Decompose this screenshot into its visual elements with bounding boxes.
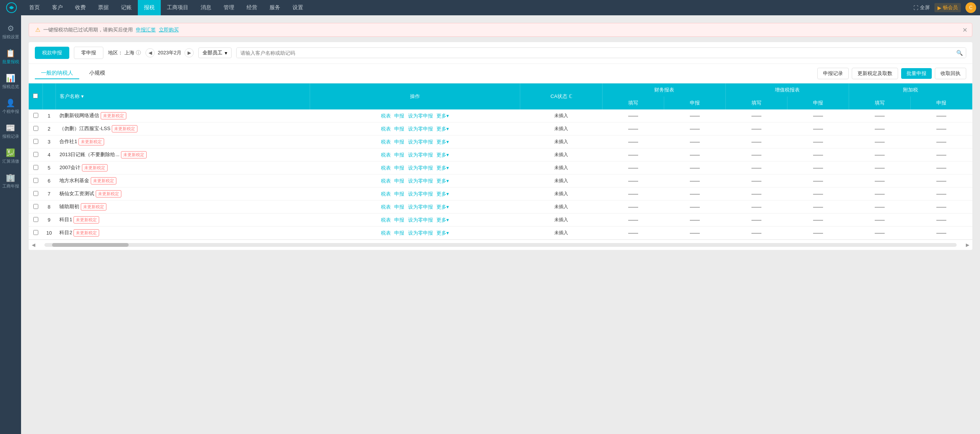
tab-general-taxpayer[interactable]: 一般的纳税人 [35,68,79,79]
op-report[interactable]: 申报 [394,178,404,184]
op-zero-report[interactable]: 设为零申报 [408,178,433,184]
batch-declaration-button[interactable]: 批量申报 [901,68,932,79]
op-more[interactable]: 更多▾ [436,178,449,184]
row-select-checkbox[interactable] [33,152,38,157]
info-icon[interactable]: ⓘ [136,49,141,56]
staff-select[interactable]: 全部员工 ▾ [198,47,232,58]
sidebar-item-settlement[interactable]: 💹 汇算清缴 [0,144,21,168]
tab-zero-declaration[interactable]: 零申报 [74,47,103,59]
tab-tax-declaration[interactable]: 税款申报 [35,47,69,59]
row-select-checkbox[interactable] [33,113,38,118]
date-next-button[interactable]: ▶ [185,48,194,57]
nav-message[interactable]: 消息 [194,0,217,15]
vip-button[interactable]: ▶ 畅会员 [934,3,961,12]
row-select-checkbox[interactable] [33,178,38,183]
row-select-checkbox[interactable] [33,230,38,235]
op-report[interactable]: 申报 [394,139,404,145]
op-zero-report[interactable]: 设为零申报 [408,191,433,197]
update-tax-button[interactable]: 更新税定及取数 [852,68,898,79]
row-checkbox[interactable] [29,175,42,188]
date-prev-button[interactable]: ◀ [145,48,155,57]
row-checkbox[interactable] [29,135,42,148]
op-tax-table[interactable]: 税表 [381,126,391,132]
row-select-checkbox[interactable] [33,165,38,170]
op-tax-table[interactable]: 税表 [381,165,391,171]
row-select-checkbox[interactable] [33,191,38,196]
sidebar-item-tax-overview[interactable]: 📊 报税总览 [0,69,21,94]
nav-home[interactable]: 首页 [23,0,46,15]
op-zero-report[interactable]: 设为零申报 [408,217,433,223]
notice-link-report[interactable]: 申报汇签 [136,26,156,33]
op-report[interactable]: 申报 [394,152,404,158]
tab-small-scale[interactable]: 小规模 [83,68,111,79]
select-all-checkbox[interactable] [33,93,38,98]
nav-invoice[interactable]: 票据 [92,0,115,15]
row-checkbox[interactable] [29,109,42,122]
row-select-checkbox[interactable] [33,217,38,222]
op-tax-table[interactable]: 税表 [381,139,391,145]
declaration-records-button[interactable]: 申报记录 [817,68,849,79]
op-more[interactable]: 更多▾ [436,204,449,210]
op-tax-table[interactable]: 税表 [381,204,391,210]
scroll-left-button[interactable]: ◀ [29,242,38,248]
nav-tax[interactable]: 报税 [138,0,161,15]
op-report[interactable]: 申报 [394,191,404,197]
op-report[interactable]: 申报 [394,126,404,132]
nav-manage[interactable]: 管理 [217,0,240,15]
notice-close-button[interactable]: ✕ [962,26,967,34]
op-report[interactable]: 申报 [394,230,404,236]
op-more[interactable]: 更多▾ [436,217,449,223]
row-checkbox[interactable] [29,162,42,175]
sort-icon[interactable]: ▾ [81,93,84,99]
op-zero-report[interactable]: 设为零申报 [408,126,433,132]
row-checkbox[interactable] [29,227,42,240]
op-zero-report[interactable]: 设为零申报 [408,113,433,119]
sidebar-item-batch-tax[interactable]: 📋 批量报税 [0,44,21,69]
row-checkbox[interactable] [29,122,42,135]
nav-settings[interactable]: 设置 [286,0,309,15]
op-zero-report[interactable]: 设为零申报 [408,165,433,171]
op-tax-table[interactable]: 税表 [381,178,391,184]
scrollbar-thumb[interactable] [52,243,129,247]
op-tax-table[interactable]: 税表 [381,217,391,223]
op-tax-table[interactable]: 税表 [381,230,391,236]
nav-service[interactable]: 服务 [263,0,286,15]
sidebar-item-annual-report[interactable]: 🏢 工商年报 [0,168,21,193]
notice-link-buy[interactable]: 立即购买 [159,26,179,33]
row-checkbox[interactable] [29,201,42,214]
op-report[interactable]: 申报 [394,113,404,119]
sidebar-item-tax-settings[interactable]: ⚙ 报税设置 [0,19,21,44]
op-zero-report[interactable]: 设为零申报 [408,139,433,145]
sidebar-item-tax-records[interactable]: 📰 报税记录 [0,119,21,144]
ca-info-icon[interactable]: ℂ [569,93,572,99]
op-more[interactable]: 更多▾ [436,230,449,236]
op-tax-table[interactable]: 税表 [381,191,391,197]
op-report[interactable]: 申报 [394,217,404,223]
search-button[interactable]: 🔍 [953,48,966,58]
sidebar-item-personal-tax[interactable]: 👤 个税申报 [0,94,21,119]
fullscreen-button[interactable]: ⛶ 全屏 [913,4,930,11]
op-report[interactable]: 申报 [394,204,404,210]
op-zero-report[interactable]: 设为零申报 [408,204,433,210]
row-checkbox[interactable] [29,188,42,201]
op-zero-report[interactable]: 设为零申报 [408,230,433,236]
op-more[interactable]: 更多▾ [436,113,449,119]
op-tax-table[interactable]: 税表 [381,152,391,158]
op-zero-report[interactable]: 设为零申报 [408,152,433,158]
row-select-checkbox[interactable] [33,126,38,131]
op-more[interactable]: 更多▾ [436,165,449,171]
op-more[interactable]: 更多▾ [436,139,449,145]
op-more[interactable]: 更多▾ [436,126,449,132]
scroll-right-button[interactable]: ▶ [963,242,972,248]
row-select-checkbox[interactable] [33,139,38,144]
nav-commerce[interactable]: 工商项目 [161,0,194,15]
nav-charge[interactable]: 收费 [69,0,92,15]
op-more[interactable]: 更多▾ [436,191,449,197]
horizontal-scrollbar[interactable] [44,243,957,247]
row-select-checkbox[interactable] [33,204,38,209]
row-checkbox[interactable] [29,214,42,227]
search-input[interactable] [237,48,953,58]
nav-client[interactable]: 客户 [46,0,69,15]
op-more[interactable]: 更多▾ [436,152,449,158]
op-report[interactable]: 申报 [394,165,404,171]
